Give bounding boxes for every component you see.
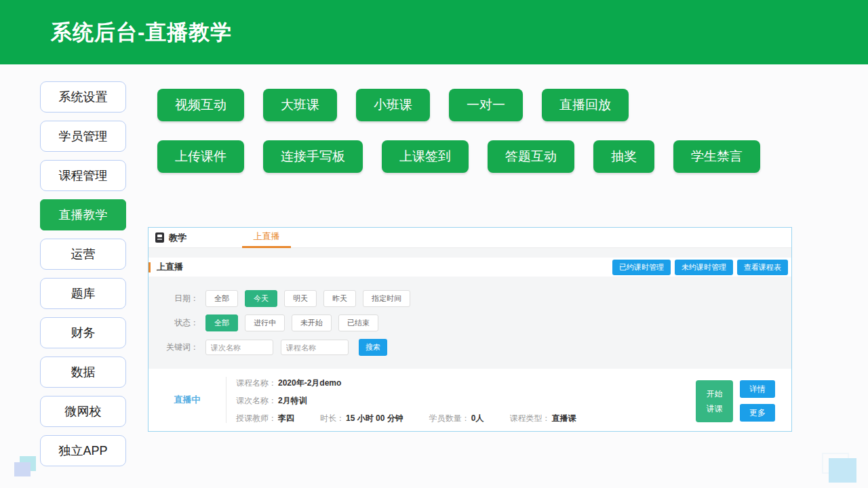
duration-value: 15 小时 00 分钟 [346,413,403,424]
feature-live-playback[interactable]: 直播回放 [542,89,629,121]
feature-video-interaction[interactable]: 视频互动 [157,89,244,121]
section-title-wrap: 上直播 [149,261,183,273]
secondary-actions: 详情 更多 [740,380,775,431]
teacher-pair: 授课教师： 李四 [236,413,294,424]
students-value: 0人 [471,413,484,424]
course-name-pair: 课程名称： 2020年-2月demo [236,378,341,389]
filter-section: 日期： 全部 今天 明天 昨天 指定时间 状态： 全部 进行中 未开始 已结束 … [149,277,791,369]
unbooked-lessons-button[interactable]: 未约课时管理 [675,260,733,275]
students-pair: 学员数量： 0人 [429,413,484,424]
tab-go-live[interactable]: 上直播 [242,228,291,248]
duration-label: 时长： [320,413,344,424]
sidebar-item-micro-school[interactable]: 微网校 [40,396,126,427]
status-option-not-started[interactable]: 未开始 [292,314,332,331]
lesson-name-input[interactable] [205,340,273,355]
duration-pair: 时长： 15 小时 00 分钟 [320,413,403,424]
status-option-ended[interactable]: 已结束 [338,314,378,331]
feature-connect-tablet[interactable]: 连接手写板 [263,140,363,173]
feature-small-class[interactable]: 小班课 [356,89,430,121]
feature-quiz-interaction[interactable]: 答题互动 [488,140,574,173]
course-details: 课程名称： 2020年-2月demo 课次名称： 2月特训 授课教师： 李四 时… [226,369,576,431]
decor-square-lavender [14,462,31,476]
students-label: 学员数量： [429,413,470,424]
date-option-tomorrow[interactable]: 明天 [284,290,317,307]
feature-buttons: 视频互动 大班课 小班课 一对一 直播回放 上传课件 连接手写板 上课签到 答题… [157,89,760,192]
live-class-panel: 教学 上直播 上直播 已约课时管理 未约课时管理 查看课程表 日期： 全部 今天… [148,227,792,432]
status-filter-row: 状态： 全部 进行中 未开始 已结束 [158,314,791,331]
page-title: 系统后台-直播教学 [51,18,232,47]
start-class-button[interactable]: 开始 讲课 [696,380,733,422]
decor-square-blue [829,458,856,483]
feature-row-1: 视频互动 大班课 小班课 一对一 直播回放 [157,89,760,121]
live-status-badge: 直播中 [149,369,226,431]
start-class-line1: 开始 [707,388,723,400]
date-filter-row: 日期： 全部 今天 明天 昨天 指定时间 [158,290,791,307]
keyword-filter-label: 关键词： [158,342,199,353]
view-schedule-button[interactable]: 查看课程表 [737,260,788,275]
date-filter-label: 日期： [158,293,199,304]
page-header: 系统后台-直播教学 [0,0,868,64]
sidebar-item-student-management[interactable]: 学员管理 [40,121,126,152]
type-pair: 课程类型： 直播课 [509,413,576,424]
section-header: 上直播 已约课时管理 未约课时管理 查看课程表 [149,258,791,277]
feature-one-on-one[interactable]: 一对一 [449,89,523,121]
course-name-value: 2020年-2月demo [278,378,341,389]
sidebar-item-system-settings[interactable]: 系统设置 [40,81,126,113]
status-filter-label: 状态： [158,317,199,329]
sidebar-item-data[interactable]: 数据 [40,357,126,388]
lesson-name-label: 课次名称： [236,395,277,407]
course-name-input[interactable] [281,340,349,355]
course-name-label: 课程名称： [236,378,277,389]
feature-large-class[interactable]: 大班课 [263,89,337,121]
panel-gap [149,248,791,258]
date-option-custom[interactable]: 指定时间 [363,290,410,307]
lesson-name-pair: 课次名称： 2月特训 [236,395,307,407]
date-option-today[interactable]: 今天 [245,290,277,307]
type-value: 直播课 [551,413,576,424]
date-options: 全部 今天 明天 昨天 指定时间 [205,290,410,307]
feature-upload-courseware[interactable]: 上传课件 [157,140,244,173]
feature-mute-students[interactable]: 学生禁言 [673,140,760,173]
date-option-yesterday[interactable]: 昨天 [323,290,356,307]
status-option-ongoing[interactable]: 进行中 [245,314,285,331]
search-button[interactable]: 搜索 [359,339,387,356]
row-actions: 开始 讲课 详情 更多 [696,369,791,431]
status-option-all[interactable]: 全部 [205,314,238,331]
feature-lottery[interactable]: 抽奖 [593,140,654,173]
lesson-name-line: 课次名称： 2月特训 [236,395,576,407]
type-label: 课程类型： [509,413,550,424]
sidebar-item-standalone-app[interactable]: 独立APP [40,435,126,466]
course-row: 直播中 课程名称： 2020年-2月demo 课次名称： 2月特训 授课教师： … [149,369,791,431]
start-class-line2: 讲课 [707,403,723,415]
course-name-line: 课程名称： 2020年-2月demo [236,378,576,389]
date-option-all[interactable]: 全部 [205,290,238,307]
section-actions: 已约课时管理 未约课时管理 查看课程表 [612,260,788,275]
booked-lessons-button[interactable]: 已约课时管理 [612,260,671,275]
sidebar-item-course-management[interactable]: 课程管理 [40,160,126,191]
feature-class-checkin[interactable]: 上课签到 [382,140,469,173]
section-accent-bar [149,262,151,272]
sidebar-item-operations[interactable]: 运营 [40,239,126,270]
status-options: 全部 进行中 未开始 已结束 [205,314,378,331]
detail-button[interactable]: 详情 [740,380,775,398]
lesson-name-value: 2月特训 [278,395,307,407]
panel-tabbar: 教学 上直播 [149,228,791,248]
sidebar-item-live-teaching[interactable]: 直播教学 [40,199,126,230]
teacher-label: 授课教师： [236,413,277,424]
app-name: 教学 [169,232,186,244]
feature-row-2: 上传课件 连接手写板 上课签到 答题互动 抽奖 学生禁言 [157,140,760,173]
teacher-value: 李四 [278,413,294,424]
sidebar-item-question-bank[interactable]: 题库 [40,278,126,309]
course-meta-line: 授课教师： 李四 时长： 15 小时 00 分钟 学员数量： 0人 课程类型： … [236,413,576,424]
teaching-logo-icon [155,232,164,243]
sidebar: 系统设置 学员管理 课程管理 直播教学 运营 题库 财务 数据 微网校 独立AP… [40,81,126,466]
more-button[interactable]: 更多 [740,404,775,422]
keyword-filter-row: 关键词： 搜索 [158,339,791,356]
section-title: 上直播 [157,261,183,273]
sidebar-item-finance[interactable]: 财务 [40,317,126,348]
